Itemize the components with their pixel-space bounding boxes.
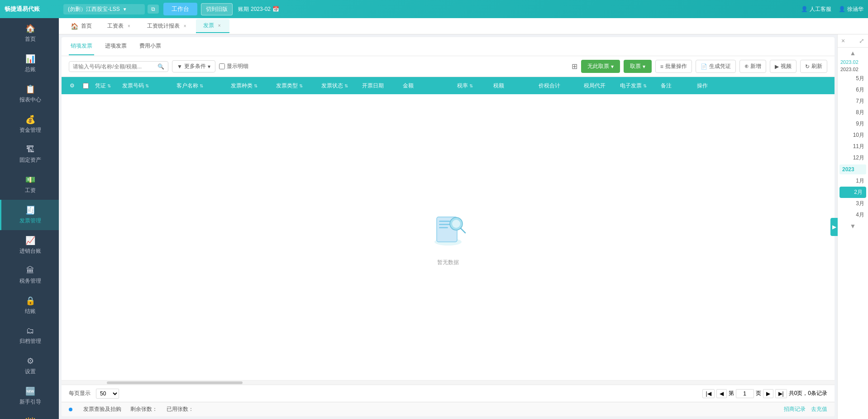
- batch-op-button[interactable]: ≡ 批量操作: [655, 60, 692, 73]
- generate-voucher-button[interactable]: 📄 生成凭证: [696, 60, 736, 73]
- date-month-12[interactable]: 12月: [838, 152, 868, 164]
- sidebar-item-sales[interactable]: 📈 进销台账: [0, 230, 59, 260]
- refresh-button[interactable]: ↻ 刷新: [800, 60, 827, 73]
- period-value: 2023-02: [251, 6, 271, 12]
- date-sidebar-close[interactable]: ×: [841, 37, 845, 44]
- invoice-type-sort-icon[interactable]: ⇅: [254, 83, 258, 88]
- date-year-2023[interactable]: 2023: [839, 164, 866, 174]
- tab-salary-close[interactable]: ×: [126, 23, 132, 29]
- ticket-button[interactable]: 取票 ▾: [624, 60, 652, 73]
- date-month-6[interactable]: 6月: [838, 84, 868, 96]
- date-month-5[interactable]: 5月: [838, 73, 868, 84]
- sub-tab-outgoing[interactable]: 销项发票: [69, 38, 94, 55]
- settings-icon: ⚙: [27, 356, 34, 366]
- date-month-10[interactable]: 10月: [838, 130, 868, 141]
- date-month-4[interactable]: 4月: [838, 209, 868, 221]
- date-month-8[interactable]: 8月: [838, 107, 868, 118]
- date-month-2[interactable]: 2月: [839, 187, 866, 198]
- tab-home[interactable]: 🏠 首页: [63, 19, 99, 33]
- search-icon: 🔍: [157, 63, 164, 70]
- invoice-cat-sort-icon[interactable]: ⇅: [299, 83, 303, 88]
- date-scroll-down[interactable]: ▼: [838, 221, 868, 231]
- date-month-9[interactable]: 9月: [838, 118, 868, 130]
- invite-link[interactable]: 招商记录: [784, 405, 806, 413]
- sidebar-item-assets[interactable]: 🏗 固定资产: [0, 140, 59, 169]
- pagination-left: 每页显示 50 100: [69, 389, 119, 399]
- voucher-sort-icon[interactable]: ⇅: [107, 83, 111, 88]
- sidebar-item-invoice[interactable]: 🧾 发票管理: [0, 200, 59, 230]
- sub-tab-incoming[interactable]: 进项发票: [103, 38, 129, 55]
- ticket-dropdown-icon: ▾: [643, 63, 645, 70]
- sidebar-item-salary[interactable]: 💵 工资: [0, 169, 59, 200]
- new-button[interactable]: ⊕ 新增: [739, 60, 766, 73]
- sidebar-label-salary: 工资: [25, 187, 36, 194]
- th-tax-code: 税局代开: [581, 82, 617, 90]
- sidebar-item-ledger[interactable]: 📊 总账: [0, 48, 59, 79]
- sidebar-item-home[interactable]: 🏠 首页: [0, 18, 59, 48]
- page-input[interactable]: [736, 389, 754, 398]
- date-month-11[interactable]: 11月: [838, 141, 868, 152]
- sub-tabs: 销项发票 进项发票 费用小票: [62, 37, 835, 56]
- date-month-1[interactable]: 1月: [838, 175, 868, 187]
- invoice-no-sort-icon[interactable]: ⇅: [145, 83, 149, 88]
- th-remark: 备注: [658, 82, 694, 90]
- table-scroll-thumb[interactable]: [107, 381, 243, 384]
- tab-invoice-close[interactable]: ×: [217, 23, 222, 29]
- sidebar-item-reports[interactable]: 📋 报表中心: [0, 79, 59, 109]
- sidebar-item-member[interactable]: 👑 畅会员: [0, 411, 59, 419]
- per-page-select[interactable]: 50 100: [96, 389, 119, 399]
- page-prev-button[interactable]: ◀: [716, 389, 727, 398]
- date-month-3[interactable]: 3月: [838, 198, 868, 209]
- grid-view-icon[interactable]: ⊞: [572, 62, 577, 71]
- th-check[interactable]: [79, 83, 92, 89]
- th-customer: 客户名称 ⇅: [174, 82, 228, 90]
- search-input[interactable]: [73, 63, 155, 70]
- th-invoice-no: 发票号码 ⇅: [119, 82, 174, 90]
- video-icon: ▶: [775, 63, 779, 70]
- tab-salary-stats[interactable]: 工资统计报表 ×: [140, 19, 195, 33]
- copy-company-button[interactable]: ⧉: [148, 5, 159, 14]
- recharge-link[interactable]: 去充值: [811, 405, 827, 413]
- svg-point-6: [452, 220, 460, 228]
- customer-sort-icon[interactable]: ⇅: [200, 83, 203, 88]
- tab-salary-stats-close[interactable]: ×: [182, 23, 188, 29]
- invoice-status-sort-icon[interactable]: ⇅: [344, 83, 348, 88]
- customer-service[interactable]: 👤 人工客服: [801, 5, 831, 13]
- no-ticket-button[interactable]: 无此取票 ▾: [581, 60, 620, 73]
- th-e-invoice-label: 电子发票: [620, 82, 642, 90]
- sidebar-item-closing[interactable]: 🔒 结账: [0, 290, 59, 321]
- video-button[interactable]: ▶ 视频: [770, 60, 796, 73]
- page-last-button[interactable]: ▶|: [775, 389, 787, 398]
- switch-version-button[interactable]: 切到旧版: [201, 3, 233, 15]
- show-detail-checkbox[interactable]: 显示明细: [219, 63, 248, 70]
- workspace-button[interactable]: 工作台: [163, 3, 197, 15]
- sidebar-item-settings[interactable]: ⚙ 设置: [0, 351, 59, 381]
- company-selector[interactable]: (勿删）江西股宝-LSS ▼: [63, 4, 145, 14]
- filter-button[interactable]: ▼ 更多条件 ▾: [172, 60, 215, 72]
- th-invoice-type: 发票种类 ⇅: [228, 82, 273, 90]
- date-row-header2: 2023.02: [838, 66, 868, 73]
- show-detail-input[interactable]: [219, 63, 225, 69]
- th-tax-total-label: 价税合计: [539, 82, 560, 90]
- sidebar-item-guide[interactable]: 🆕 新手引导: [0, 381, 59, 411]
- sidebar-item-funds[interactable]: 💰 资金管理: [0, 109, 59, 140]
- date-month-7[interactable]: 7月: [838, 96, 868, 107]
- table-scrollbar[interactable]: [62, 380, 835, 385]
- date-sidebar-toggle[interactable]: ▶: [830, 218, 838, 236]
- page-first-button[interactable]: |◀: [702, 389, 714, 398]
- date-sidebar-expand[interactable]: ⤢: [859, 37, 864, 44]
- tab-invoice[interactable]: 发票 ×: [196, 19, 229, 33]
- sidebar-item-tax[interactable]: 🏛 税务管理: [0, 260, 59, 290]
- sub-tab-expense[interactable]: 费用小票: [138, 38, 163, 55]
- tax-rate-sort-icon[interactable]: ⇅: [469, 83, 473, 88]
- sidebar-item-archive[interactable]: 🗂 归档管理: [0, 321, 59, 351]
- page-next-button[interactable]: ▶: [763, 389, 773, 398]
- tab-salary[interactable]: 工资表 ×: [100, 19, 139, 33]
- th-tax-rate: 税率 ⇅: [454, 82, 491, 90]
- select-all-checkbox[interactable]: [83, 83, 89, 89]
- user-info[interactable]: 👤 徐涵华: [839, 5, 863, 13]
- service-label: 人工客服: [810, 5, 831, 13]
- e-invoice-sort-icon[interactable]: ⇅: [643, 83, 647, 88]
- pagination: |◀ ◀ 第 页 ▶ ▶| 共0页，0条记录: [702, 389, 827, 398]
- date-scroll-up[interactable]: ▲: [838, 48, 868, 58]
